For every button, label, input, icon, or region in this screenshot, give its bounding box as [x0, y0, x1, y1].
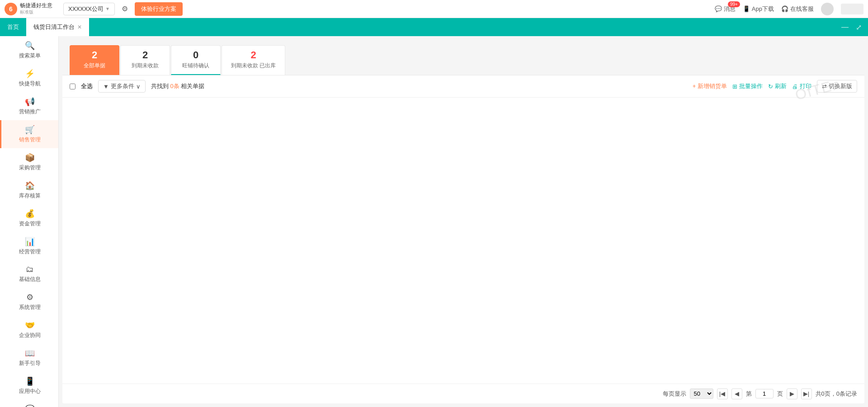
first-page-button[interactable]: |◀ [717, 388, 728, 399]
sales-icon: 🛒 [25, 125, 35, 135]
top-bar: 6 畅捷通好生意 标准版 XXXXXX公司 ▼ ⚙ 体验行业方案 💬 消息 99… [0, 0, 868, 18]
main-layout: 🔍 搜索菜单 ⚡ 快捷导航 📢 营销推广 🛒 销售管理 📦 采购管理 🏠 库存核… [0, 36, 868, 407]
company-selector[interactable]: XXXXXX公司 ▼ [63, 3, 115, 15]
tab-home[interactable]: 首页 [0, 18, 26, 36]
switch-version-button[interactable]: ⇄ 切换新版 [817, 80, 857, 93]
nav-tabs: 首页 钱货日清工作台 ✕ — ⤢ [0, 18, 868, 36]
filter-button[interactable]: ▼ 更多条件 ∨ [98, 80, 146, 93]
stat-label-all: 全部单据 [84, 62, 105, 70]
per-page-label: 每页显示 [663, 390, 686, 398]
stat-label-overdue: 到期未收款 [132, 62, 159, 70]
found-count: 0条 [170, 83, 179, 89]
logo-icon: 6 [5, 3, 17, 15]
app-download-button[interactable]: 📱 App下载 [743, 5, 774, 13]
pagination-summary: 共0页，0条记录 [816, 390, 857, 398]
purchase-icon: 📦 [25, 153, 35, 163]
select-all-checkbox[interactable] [70, 84, 75, 89]
tab-close-icon[interactable]: ✕ [77, 24, 82, 30]
download-icon: 📱 [743, 5, 750, 12]
select-all-label: 全选 [81, 82, 93, 90]
sidebar-item-quicknav[interactable]: ⚡ 快捷导航 [0, 64, 58, 92]
settings-button[interactable]: ⚙ [118, 3, 131, 15]
message-button[interactable]: 💬 消息 99+ [715, 5, 736, 13]
prev-page-button[interactable]: ◀ [731, 388, 742, 399]
inventory-icon: 🏠 [25, 181, 35, 191]
sidebar-item-operations[interactable]: 📊 经营管理 [0, 232, 58, 260]
stat-tab-overdue[interactable]: 2 到期未收款 [120, 45, 170, 75]
page-label: 页 [777, 390, 783, 398]
sidebar-item-finance[interactable]: 💰 资金管理 [0, 204, 58, 232]
page-number-input[interactable]: 1 [755, 389, 774, 398]
enterprise-icon: 🤝 [25, 320, 35, 330]
online-service-button[interactable]: 🎧 在线客服 [781, 5, 814, 13]
content-inner: 2 全部单据 2 到期未收款 0 旺铺待确认 2 到期未收款 已出库 [62, 40, 864, 403]
refresh-icon: ↻ [768, 83, 773, 90]
batch-button[interactable]: ⊞ 批量操作 [732, 82, 763, 90]
next-page-button[interactable]: ▶ [787, 388, 797, 399]
tab-qianhuoricheng[interactable]: 钱货日清工作台 ✕ [26, 18, 89, 36]
sidebar-item-guide[interactable]: 📖 新手引导 [0, 344, 58, 372]
batch-icon: ⊞ [732, 83, 737, 90]
search-icon: 🔍 [25, 41, 35, 51]
message-badge: 99+ [728, 1, 740, 7]
refresh-button[interactable]: ↻ 刷新 [768, 82, 787, 90]
last-page-button[interactable]: ▶| [801, 388, 812, 399]
stat-tab-shipped[interactable]: 2 到期未收款 已出库 [222, 45, 285, 75]
nav-expand-icon[interactable]: ⤢ [853, 21, 864, 33]
main-content: 2 全部单据 2 到期未收款 0 旺铺待确认 2 到期未收款 已出库 [59, 36, 868, 407]
stat-label-wangpu: 旺铺待确认 [182, 62, 209, 70]
message-icon: 💬 [715, 5, 722, 12]
sidebar: 🔍 搜索菜单 ⚡ 快捷导航 📢 营销推广 🛒 销售管理 📦 采购管理 🏠 库存核… [0, 36, 59, 407]
filter-icon: ▼ [103, 83, 109, 90]
sidebar-item-weixin[interactable]: 💬 企业微信 [0, 400, 58, 407]
nav-minimize-icon[interactable]: — [839, 21, 851, 33]
stat-tab-wangpu[interactable]: 0 旺铺待确认 [171, 45, 221, 75]
system-icon: ⚙ [26, 292, 33, 302]
table-area [62, 98, 864, 384]
user-name-area[interactable] [841, 4, 863, 14]
sidebar-item-sales[interactable]: 🛒 销售管理 [0, 120, 58, 148]
sidebar-item-appcenter[interactable]: 📱 应用中心 [0, 372, 58, 400]
switch-icon: ⇄ [822, 83, 827, 90]
sidebar-item-marketing[interactable]: 📢 营销推广 [0, 92, 58, 120]
operations-icon: 📊 [25, 237, 35, 247]
sidebar-item-purchase[interactable]: 📦 采购管理 [0, 148, 58, 176]
weixin-icon: 💬 [25, 404, 35, 407]
stat-tab-all[interactable]: 2 全部单据 [70, 45, 119, 75]
service-icon: 🎧 [781, 5, 788, 12]
company-name: XXXXXX公司 [68, 5, 104, 13]
finance-icon: 💰 [25, 209, 35, 219]
sidebar-item-search[interactable]: 🔍 搜索菜单 [0, 36, 58, 64]
appcenter-icon: 📱 [25, 376, 35, 386]
page-first-label: 第 [746, 390, 752, 398]
quicknav-icon: ⚡ [25, 69, 35, 79]
stats-bar: 2 全部单据 2 到期未收款 0 旺铺待确认 2 到期未收款 已出库 [62, 40, 864, 75]
stat-number-shipped: 2 [251, 49, 256, 61]
pagination: 每页显示 50 100 200 |◀ ◀ 第 1 页 ▶ ▶| 共0页，0条记录 [62, 384, 864, 403]
stat-number-overdue: 2 [142, 49, 148, 61]
avatar[interactable] [821, 3, 834, 15]
basicinfo-icon: 🗂 [26, 265, 34, 274]
chevron-down-icon: ▼ [105, 6, 110, 11]
found-text: 共找到 0条 相关单据 [151, 82, 204, 90]
toolbar-right: + 新增销货单 ⊞ 批量操作 ↻ 刷新 🖨 打印 ⇄ [693, 80, 857, 93]
stat-label-shipped: 到期未收款 已出库 [231, 62, 276, 70]
print-icon: 🖨 [792, 83, 798, 90]
sidebar-item-enterprise[interactable]: 🤝 企业协同 [0, 316, 58, 344]
logo-area: 6 畅捷通好生意 标准版 [5, 2, 63, 16]
sidebar-item-basicinfo[interactable]: 🗂 基础信息 [0, 260, 58, 288]
stat-number-all: 2 [92, 49, 97, 61]
filter-chevron-icon: ∨ [136, 83, 141, 90]
sidebar-item-system[interactable]: ⚙ 系统管理 [0, 288, 58, 316]
nav-right-buttons: — ⤢ [839, 21, 868, 33]
print-button[interactable]: 🖨 打印 [792, 82, 811, 90]
marketing-icon: 📢 [25, 97, 35, 107]
add-sale-button[interactable]: + 新增销货单 [693, 82, 727, 90]
per-page-select[interactable]: 50 100 200 [690, 388, 713, 399]
app-subtitle: 标准版 [20, 9, 52, 15]
guide-icon: 📖 [25, 348, 35, 358]
experience-button[interactable]: 体验行业方案 [135, 2, 183, 16]
top-right-area: 💬 消息 99+ 📱 App下载 🎧 在线客服 [715, 3, 863, 15]
sidebar-item-inventory[interactable]: 🏠 库存核算 [0, 176, 58, 204]
app-title: 畅捷通好生意 [20, 2, 52, 9]
